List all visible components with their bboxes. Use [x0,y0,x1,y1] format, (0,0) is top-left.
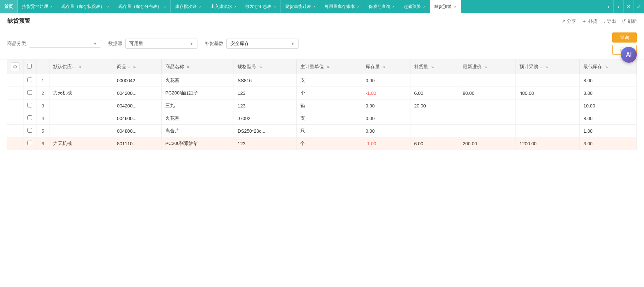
col-product-code[interactable]: 商品... ⇅ [113,59,161,74]
tab-close-flow[interactable]: × [234,4,236,9]
tab-abnormal[interactable]: 拣货异常处理 × [18,0,57,13]
restock-base-select[interactable]: 安全库存 ▼ [226,39,299,49]
tab-home[interactable]: 首页 [0,0,18,13]
tab-close-inventory-status[interactable]: × [107,4,109,9]
row-checkbox-cell[interactable] [23,87,36,100]
tab-close-overstock[interactable]: × [423,4,425,9]
select-all-checkbox[interactable] [27,64,32,69]
row-restock-qty [410,112,459,125]
tab-overstock[interactable]: 超储预警 × [399,0,430,13]
tab-expiry[interactable]: 保质期查询 × [364,0,399,13]
tab-inventory-status[interactable]: 现存量（库存状况表） × [57,0,114,13]
row-gear-cell [7,87,23,100]
col-latest-price[interactable]: 最新进价 ⇅ [459,59,516,74]
col-product-name[interactable]: 商品名称 ⇅ [161,59,234,74]
row-checkbox-cell[interactable] [23,100,36,112]
row-product-code: 004200... [113,87,161,100]
row-checkbox[interactable] [27,78,32,82]
data-table: ⚙ 默认供应... ⇅ 商品... ⇅ 商品名称 [7,59,637,150]
table-row[interactable]: 2 力天机械 004200... PC200油缸缸子 123 个 -1.00 6… [7,87,637,100]
restock-base-filter-group: 补货基数 安全库存 ▼ [205,39,299,49]
tab-close-abnormal[interactable]: × [50,4,52,9]
column-settings-icon[interactable]: ⚙ [11,62,19,71]
datasource-select[interactable]: 可用量 ▼ [125,39,197,49]
row-estimated-purchase [516,112,580,125]
tab-close-expiry[interactable]: × [392,4,395,9]
refresh-icon: ↺ [622,18,626,24]
sort-restock-qty-icon: ⇅ [431,65,434,69]
query-button[interactable]: 查询 [612,32,637,43]
tab-prev-btn[interactable]: ‹ [604,0,614,13]
table-row[interactable]: 1 0000042 火花塞 SS816 支 0.00 8.00 [7,74,637,87]
row-stock: 0.00 [362,100,410,112]
tab-order-stat[interactable]: 要货单统计表 × [281,0,320,13]
tab-close-order-stat[interactable]: × [313,4,316,9]
row-checkbox[interactable] [27,103,32,107]
tab-close-batch-account[interactable]: × [199,4,201,9]
row-checkbox[interactable] [27,128,32,133]
datasource-label: 数据源 [108,40,122,47]
row-product-name: 三九 [161,100,234,112]
category-select[interactable]: ▼ [29,40,101,48]
row-latest-price: 80.00 [459,87,516,100]
tab-expand-btn[interactable]: ⤢ [634,0,644,13]
row-estimated-purchase: 1200.00 [516,137,580,150]
tab-close-all-btn[interactable]: ✕ [624,0,634,13]
row-num: 1 [36,74,49,87]
row-checkbox-cell[interactable] [23,125,36,137]
tab-inventory-dist[interactable]: 现存量（库存分布表） × [114,0,171,13]
col-gear: ⚙ [7,59,23,74]
tab-close-available[interactable]: × [357,4,359,9]
row-latest-price [459,112,516,125]
tab-flow[interactable]: 出入库流水 × [206,0,241,13]
row-estimated-purchase [516,74,580,87]
table-row[interactable]: 4 004600... 火花塞 J7092 支 0.00 8.00 [7,112,637,125]
export-button[interactable]: ↓ 导出 [603,18,617,25]
sort-min-stock-icon: ⇅ [605,65,608,69]
tab-collection[interactable]: 收发存汇总表 × [241,0,280,13]
row-product-code: 0000042 [113,74,161,87]
tab-batch-account[interactable]: 库存批次账 × [171,0,206,13]
col-spec[interactable]: 规格型号 ⇅ [234,59,297,74]
restock-button[interactable]: ＋ 补货 [582,18,597,25]
row-restock-qty: 6.00 [410,87,459,100]
share-button[interactable]: ↗ 分享 [561,18,576,25]
row-restock-qty: 20.00 [410,100,459,112]
col-checkbox [23,59,36,74]
row-checkbox[interactable] [27,115,32,120]
table-row[interactable]: 5 004800... 离合片 DS250*23c... 只 0.00 1.00 [7,125,637,137]
tab-available[interactable]: 可用量库存账本 × [320,0,364,13]
row-checkbox-cell[interactable] [23,112,36,125]
row-min-stock: 1.00 [580,125,637,137]
row-gear-cell [7,125,23,137]
row-spec: 123 [234,137,297,150]
row-checkbox-cell[interactable] [23,74,36,87]
row-checkbox-cell[interactable] [23,137,36,150]
table-row[interactable]: 3 004200... 三九 123 箱 0.00 20.00 10.00 [7,100,637,112]
table-row[interactable]: 6 力天机械 801110... PC200张紧油缸 123 个 -1.00 6… [7,137,637,150]
tab-close-shortage[interactable]: × [454,4,456,9]
refresh-button[interactable]: ↺ 刷新 [622,18,637,25]
row-latest-price [459,100,516,112]
page-title: 缺货预警 [7,17,561,25]
row-stock: 0.00 [362,125,410,137]
tab-next-btn[interactable]: › [614,0,624,13]
ai-badge[interactable]: Ai [621,47,637,63]
col-restock-qty[interactable]: 补货量 ⇅ [410,59,459,74]
col-default-supplier[interactable]: 默认供应... ⇅ [49,59,113,74]
row-checkbox[interactable] [27,90,32,95]
row-product-code: 004800... [113,125,161,137]
tab-close-inventory-dist[interactable]: × [164,4,166,9]
row-checkbox[interactable] [27,141,32,145]
col-stock[interactable]: 库存量 ⇅ [362,59,410,74]
row-min-stock: 3.00 [580,87,637,100]
col-unit[interactable]: 主计量单位 ⇅ [296,59,362,74]
col-estimated-purchase[interactable]: 预计采购... ⇅ [516,59,580,74]
row-default-supplier [49,74,113,87]
tab-shortage[interactable]: 缺货预警 × [430,0,461,13]
row-estimated-purchase [516,125,580,137]
filter-bar: 商品分类 ▼ 数据源 可用量 ▼ 补货基数 安全库存 ▼ 查询 设置 [0,28,644,59]
tab-close-collection[interactable]: × [274,4,276,9]
export-icon: ↓ [603,18,606,24]
sort-estimated-purchase-icon: ⇅ [545,65,548,69]
